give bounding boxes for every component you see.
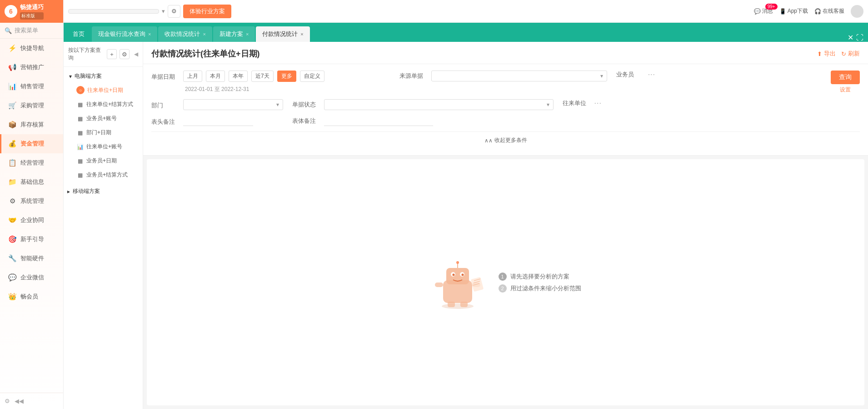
tab-payments[interactable]: 付款情况统计 × xyxy=(256,26,309,42)
sidebar-item-sales[interactable]: 📊 销售管理 xyxy=(0,77,63,96)
address-bar[interactable] xyxy=(68,9,159,14)
enterprise-icon: 🤝 xyxy=(8,216,17,225)
hardware-icon: 🔧 xyxy=(8,254,17,263)
settings-footer-icon[interactable]: ⚙ xyxy=(5,398,10,404)
sidebar-nav: ⚡ 快捷导航 📢 营销推广 📊 销售管理 🛒 采购管理 📦 库存核算 💰 资金管… xyxy=(0,39,63,393)
add-scheme-btn[interactable]: + xyxy=(107,49,117,59)
sidebar-item-label: 新手引导 xyxy=(20,235,44,243)
tab-payments-close[interactable]: × xyxy=(300,31,303,37)
collapse-panel-btn[interactable]: ◀ xyxy=(134,51,138,57)
sidebar-item-quick-nav[interactable]: ⚡ 快捷导航 xyxy=(0,39,63,58)
tab-new-scheme[interactable]: 新建方案 × xyxy=(213,26,255,42)
sidebar-item-wechat[interactable]: 💬 企业微信 xyxy=(0,268,63,287)
sidebar-item-funds[interactable]: 💰 资金管理 xyxy=(0,134,63,153)
this-month-btn[interactable]: 本月 xyxy=(206,71,225,82)
sidebar-item-system[interactable]: ⚙ 系统管理 xyxy=(0,192,63,211)
last-month-btn[interactable]: 上月 xyxy=(183,71,202,82)
pc-scheme-group: ▾ 电脑端方案 ○ 往来单位+日期 ▦ 往来单位+结算方式 ▦ 业务员+账号 ▦ xyxy=(64,67,143,185)
user-avatar[interactable] xyxy=(851,5,863,18)
sidebar-item-basic[interactable]: 📁 基础信息 xyxy=(0,172,63,192)
source-dropdown[interactable]: ▾ xyxy=(431,71,607,81)
trial-button[interactable]: 体验行业方案 xyxy=(183,5,231,18)
scheme-item-staff-settle[interactable]: ▦ 业务员+结算方式 xyxy=(67,168,139,182)
dropdown-arrow[interactable]: ▾ xyxy=(162,8,165,15)
refresh-label: 刷新 xyxy=(848,50,860,58)
sidebar-item-enterprise[interactable]: 🤝 企业协同 xyxy=(0,211,63,230)
scheme-item-unit-settle[interactable]: ▦ 往来单位+结算方式 xyxy=(67,97,139,111)
message-icon: 💬 xyxy=(754,8,761,15)
right-main: 付款情况统计(往来单位+日期) ⬆ 导出 ↻ 刷新 单据日期 xyxy=(143,42,868,409)
tab-home[interactable]: 首页 xyxy=(66,26,91,42)
maximize-btn[interactable]: ⛶ xyxy=(856,34,863,42)
app-label: App下载 xyxy=(788,7,808,15)
sidebar-item-hardware[interactable]: 🔧 智能硬件 xyxy=(0,249,63,268)
main-area: ▾ ⚙ 体验行业方案 💬 消息 99+ 📱 App下载 🎧 在线客服 首页 xyxy=(64,0,868,409)
sidebar-item-purchase[interactable]: 🛒 采购管理 xyxy=(0,96,63,115)
search-label: 搜索菜单 xyxy=(15,26,38,35)
settings-link[interactable]: 设置 xyxy=(840,86,851,94)
scheme-item-staff-date[interactable]: ▦ 业务员+日期 xyxy=(67,154,139,168)
tab-receipts-close[interactable]: × xyxy=(203,31,205,37)
pc-group-header[interactable]: ▾ 电脑端方案 xyxy=(67,70,139,83)
tab-new-close[interactable]: × xyxy=(246,31,249,37)
last-7-days-btn[interactable]: 近7天 xyxy=(251,71,274,82)
refresh-btn[interactable]: ↻ 刷新 xyxy=(841,50,860,58)
export-icon: ⬆ xyxy=(817,50,822,57)
tab-new-label: 新建方案 xyxy=(219,30,243,38)
scheme-table-icon: ▦ xyxy=(76,172,84,179)
online-service-btn[interactable]: 🎧 在线客服 xyxy=(814,7,844,15)
scheme-table-icon: ▦ xyxy=(76,157,84,165)
partner-col: 往来单位 ··· xyxy=(563,99,824,107)
dept-dropdown[interactable]: ▾ xyxy=(183,99,283,110)
svg-rect-11 xyxy=(448,302,455,307)
query-btn[interactable]: 查询 xyxy=(831,71,860,84)
scheme-item-label: 往来单位+日期 xyxy=(87,86,123,94)
scheme-item-label: 业务员+结算方式 xyxy=(86,171,128,179)
tab-bank[interactable]: 现金银行流水查询 × xyxy=(92,26,157,42)
sidebar-search[interactable]: 🔍 搜索菜单 xyxy=(0,23,63,39)
scheme-item-unit-account[interactable]: 📊 往来单位+账号 xyxy=(67,140,139,154)
sidebar-item-label: 畅会员 xyxy=(20,293,38,301)
body-note-input[interactable] xyxy=(324,116,433,126)
scheme-item-staff-account[interactable]: ▦ 业务员+账号 xyxy=(67,111,139,126)
dept-filter-label: 部门 xyxy=(151,99,183,110)
sidebar-item-label: 快捷导航 xyxy=(20,44,44,52)
topbar-settings-btn[interactable]: ⚙ xyxy=(168,5,180,18)
filter-row-2: 部门 ▾ 单据状态 ▾ xyxy=(151,99,860,110)
sidebar-item-marketing[interactable]: 📢 营销推广 xyxy=(0,58,63,77)
doc-status-dropdown[interactable]: ▾ xyxy=(324,99,554,110)
sidebar-item-inventory[interactable]: 📦 库存核算 xyxy=(0,115,63,134)
this-year-btn[interactable]: 本年 xyxy=(229,71,248,82)
sidebar-item-vip[interactable]: 👑 畅会员 xyxy=(0,287,63,306)
empty-tip-2: 2 用过滤条件来缩小分析范围 xyxy=(499,284,581,293)
svg-point-6 xyxy=(461,273,464,276)
app-download-btn[interactable]: 📱 App下载 xyxy=(779,7,808,15)
scheme-item-label: 往来单位+结算方式 xyxy=(86,101,133,108)
svg-point-8 xyxy=(456,261,459,264)
left-panel-header: 按以下方案查询 + ⚙ ◀ xyxy=(64,42,143,67)
sidebar-item-management[interactable]: 📋 经营管理 xyxy=(0,153,63,172)
custom-date-btn[interactable]: 自定义 xyxy=(300,71,324,82)
scheme-item-dept-date[interactable]: ▦ 部门+日期 xyxy=(67,126,139,140)
close-all-tabs-btn[interactable]: ✕ xyxy=(848,33,853,42)
tab-bank-close[interactable]: × xyxy=(148,31,151,37)
partner-label: 往来单位 xyxy=(563,99,594,107)
header-note-input[interactable] xyxy=(183,116,253,126)
svg-rect-9 xyxy=(435,283,443,287)
scheme-item-unit-date[interactable]: ○ 往来单位+日期 xyxy=(67,83,139,97)
staff-selector[interactable]: ··· xyxy=(648,71,655,79)
mobile-group-header[interactable]: ▸ 移动端方案 xyxy=(64,185,143,198)
collapse-sidebar-icon[interactable]: ◀◀ xyxy=(15,398,24,404)
guide-icon: 🎯 xyxy=(8,235,17,244)
sidebar-item-guide[interactable]: 🎯 新手引导 xyxy=(0,230,63,249)
empty-area: 1 请先选择要分析的方案 2 用过滤条件来缩小分析范围 xyxy=(147,159,864,405)
purchase-icon: 🛒 xyxy=(8,101,17,110)
inventory-icon: 📦 xyxy=(8,120,17,129)
messages-btn[interactable]: 💬 消息 99+ xyxy=(754,7,773,15)
collapse-more-btn[interactable]: ∧∧ 收起更多条件 xyxy=(151,131,860,149)
export-btn[interactable]: ⬆ 导出 xyxy=(817,50,836,58)
scheme-settings-btn[interactable]: ⚙ xyxy=(120,49,130,59)
more-dates-btn[interactable]: 更多 xyxy=(277,71,296,82)
partner-selector[interactable]: ··· xyxy=(594,99,602,107)
tab-receipts[interactable]: 收款情况统计 × xyxy=(158,26,212,42)
